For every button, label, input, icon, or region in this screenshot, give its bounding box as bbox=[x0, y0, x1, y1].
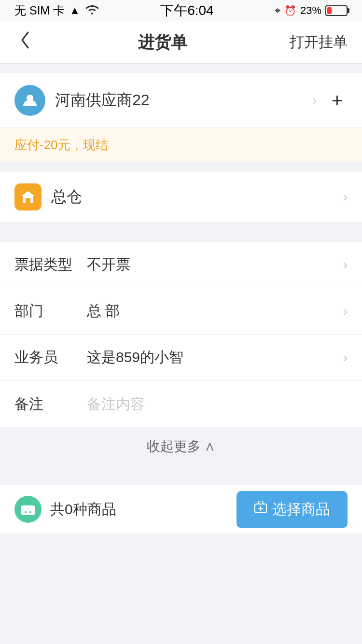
department-row[interactable]: 部门 总 部 › bbox=[0, 288, 362, 335]
page-title: 进货单 bbox=[138, 31, 187, 54]
bottom-bar: 共0种商品 选择商品 bbox=[0, 485, 362, 533]
notice-banner: 应付-20元，现结 bbox=[0, 128, 362, 162]
supplier-chevron-icon: › bbox=[312, 93, 317, 108]
warehouse-icon bbox=[14, 183, 42, 210]
form-section: 票据类型 不开票 › 部门 总 部 › 业务员 这是859的小智 › 备注 备注… bbox=[0, 242, 362, 427]
status-bar: 无 SIM 卡 ▲ 下午6:04 ⌖ ⏰ 23% bbox=[0, 0, 362, 21]
section-divider-3 bbox=[0, 223, 362, 232]
status-right: ⌖ ⏰ 23% bbox=[275, 4, 348, 17]
carrier-label: 无 SIM 卡 bbox=[14, 3, 65, 18]
location-icon: ⌖ bbox=[275, 4, 280, 17]
signal-icon: ▲ bbox=[70, 4, 80, 17]
svg-rect-2 bbox=[21, 505, 35, 515]
nav-bar: 进货单 打开挂单 bbox=[0, 21, 362, 64]
alarm-icon: ⏰ bbox=[284, 5, 296, 16]
home-icon bbox=[20, 189, 36, 205]
section-divider-2 bbox=[0, 162, 362, 172]
warehouse-chevron-icon: › bbox=[343, 189, 348, 205]
product-icon bbox=[14, 496, 42, 523]
svg-point-4 bbox=[29, 511, 31, 513]
supplier-name: 河南供应商22 bbox=[55, 90, 312, 111]
warehouse-section: 总仓 › bbox=[0, 172, 362, 223]
add-button[interactable]: + bbox=[327, 90, 348, 112]
svg-rect-1 bbox=[26, 198, 30, 203]
invoice-type-row[interactable]: 票据类型 不开票 › bbox=[0, 242, 362, 288]
cart-icon bbox=[20, 502, 36, 517]
supplier-avatar bbox=[14, 85, 45, 116]
wifi-icon bbox=[85, 4, 99, 17]
select-product-icon bbox=[254, 501, 267, 518]
department-chevron-icon: › bbox=[343, 304, 348, 319]
invoice-type-value: 不开票 bbox=[82, 255, 343, 275]
section-divider-4 bbox=[0, 466, 362, 476]
status-left: 无 SIM 卡 ▲ bbox=[14, 3, 99, 18]
invoice-type-label: 票据类型 bbox=[14, 255, 82, 275]
salesman-label: 业务员 bbox=[14, 348, 82, 367]
product-count-label: 共0种商品 bbox=[50, 500, 237, 519]
supplier-section: 河南供应商22 › + 应付-20元，现结 bbox=[0, 73, 362, 162]
section-divider-1 bbox=[0, 64, 362, 73]
remark-label: 备注 bbox=[14, 394, 82, 414]
collapse-label: 收起更多 ∧ bbox=[147, 437, 216, 456]
salesman-value: 这是859的小智 bbox=[82, 348, 343, 367]
supplier-row[interactable]: 河南供应商22 › + bbox=[0, 73, 362, 128]
select-product-button[interactable]: 选择商品 bbox=[237, 491, 348, 528]
svg-point-3 bbox=[25, 511, 27, 513]
salesman-chevron-icon: › bbox=[343, 350, 348, 365]
battery-icon bbox=[325, 5, 348, 16]
warehouse-name: 总仓 bbox=[51, 186, 343, 208]
battery-percent: 23% bbox=[300, 4, 321, 17]
open-pending-button[interactable]: 打开挂单 bbox=[290, 32, 348, 52]
remark-input[interactable]: 备注内容 bbox=[82, 394, 348, 414]
department-value: 总 部 bbox=[82, 301, 343, 321]
back-button[interactable] bbox=[14, 26, 36, 59]
collapse-button[interactable]: 收起更多 ∧ bbox=[0, 427, 362, 466]
page-background bbox=[0, 533, 362, 644]
department-label: 部门 bbox=[14, 301, 82, 321]
user-icon bbox=[21, 92, 39, 109]
select-product-label: 选择商品 bbox=[272, 500, 330, 519]
salesman-row[interactable]: 业务员 这是859的小智 › bbox=[0, 335, 362, 381]
invoice-chevron-icon: › bbox=[343, 257, 348, 273]
time-label: 下午6:04 bbox=[160, 1, 214, 20]
remark-row[interactable]: 备注 备注内容 bbox=[0, 381, 362, 427]
warehouse-row[interactable]: 总仓 › bbox=[0, 172, 362, 223]
